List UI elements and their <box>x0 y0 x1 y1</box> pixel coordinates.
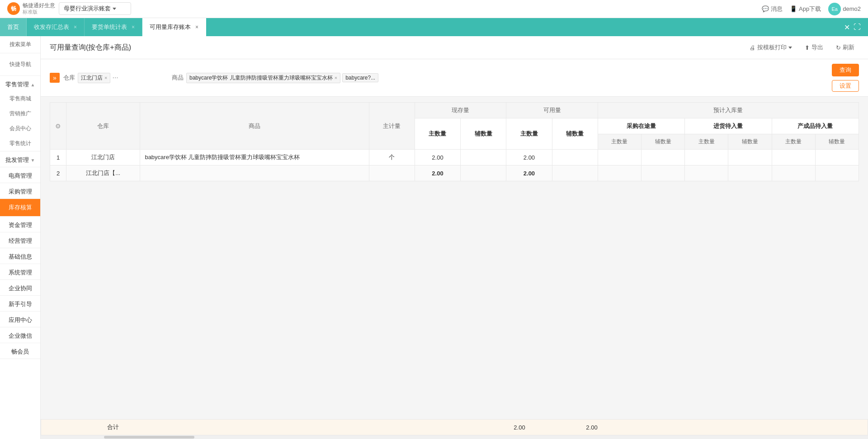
pifa-arrow-icon: ▼ <box>31 158 35 163</box>
sidebar-item-quick-nav[interactable]: 快捷导航 <box>0 57 40 72</box>
avatar: Ea <box>828 3 841 15</box>
print-label: 按模板打印 <box>757 43 787 52</box>
sidebar-section-caigou: 采购管理 <box>0 183 40 199</box>
app-name: 畅捷通好生意 <box>23 2 55 9</box>
filter-expand-button[interactable]: » <box>50 73 60 83</box>
row1-keyong-main: 2.00 <box>506 150 552 165</box>
product-tag-babycare2[interactable]: babycare?... <box>342 73 378 82</box>
sidebar-item-lingshao-shangcheng[interactable]: 零售商城 <box>0 91 40 106</box>
warehouse-tag-jiangbei[interactable]: 江北门店 × <box>78 73 110 83</box>
th-yujiru: 预计入库量 <box>598 103 859 118</box>
sidebar-section-xitong: 系统管理 <box>0 264 40 280</box>
sidebar-item-lingshao-tongji[interactable]: 零售统计 <box>0 136 40 151</box>
th-xiancun-sub: 辅数量 <box>461 118 506 150</box>
tenant-selector[interactable]: 母婴行业演示账套 <box>59 2 131 15</box>
sidebar-section-qiyeweixin-header[interactable]: 企业微信 <box>0 327 40 343</box>
yingyong-label: 应用中心 <box>9 316 32 324</box>
table-row: 2 江北门店【... 2.00 2.00 <box>50 165 859 181</box>
sidebar-section-xinshou-header[interactable]: 新手引导 <box>0 296 40 311</box>
message-icon: 💬 <box>762 5 769 12</box>
warehouse-more-icon[interactable]: ··· <box>112 74 118 82</box>
row2-caigou-main <box>598 165 641 181</box>
sidebar-section-dianshang: 电商管理 <box>0 167 40 183</box>
sidebar-section-zijin-header[interactable]: 资金管理 <box>0 217 40 232</box>
sidebar-section-kucun: 库存核算 <box>0 199 40 217</box>
th-unit: 主计量 <box>369 103 415 150</box>
warehouse-tag-remove[interactable]: × <box>104 75 107 80</box>
column-settings-icon[interactable]: ⚙ <box>55 123 61 130</box>
message-label: 消息 <box>771 5 783 13</box>
print-dropdown-icon <box>788 47 792 49</box>
sidebar-section-jingying-header[interactable]: 经营管理 <box>0 232 40 248</box>
sidebar-section-yingyong-header[interactable]: 应用中心 <box>0 312 40 327</box>
th-jinhuodai: 进货待入量 <box>685 118 772 134</box>
th-product: 商品 <box>140 103 369 150</box>
row1-keyong-sub <box>552 150 598 165</box>
sidebar-item-lingshao-yingxiao[interactable]: 营销推广 <box>0 106 40 121</box>
app-download-button[interactable]: 📱 App下载 <box>790 5 821 13</box>
maximize-button[interactable]: ⛶ <box>854 23 861 31</box>
th-chengpin: 产成品待入量 <box>772 118 859 134</box>
row2-xiancun-sub <box>461 165 506 181</box>
page-header: 可用量查询(按仓库+商品) 🖨 按模板打印 ⬆ 导出 ↻ 刷新 <box>41 36 868 59</box>
jichu-label: 基础信息 <box>9 253 32 261</box>
close-all-tabs-button[interactable]: ✕ <box>844 23 850 32</box>
search-menu-label[interactable]: 搜索菜单 <box>4 41 37 48</box>
sidebar-section-caigou-header[interactable]: 采购管理 <box>0 183 40 198</box>
row1-jinhuodai-sub <box>728 150 772 165</box>
row1-warehouse: 江北门店 <box>66 150 140 165</box>
tab-yaohuo[interactable]: 要货单统计表 × <box>85 18 142 36</box>
print-template-button[interactable]: 🖨 按模板打印 <box>745 42 797 53</box>
table-area: ⚙ 仓库 商品 主计量 现存量 可用量 预计入库量 主数量 辅数量 主数量 辅数… <box>41 97 868 419</box>
xitong-label: 系统管理 <box>9 269 32 277</box>
message-button[interactable]: 💬 消息 <box>762 5 783 13</box>
sidebar-item-lingshao-huiyuan[interactable]: 会员中心 <box>0 121 40 136</box>
settings-button[interactable]: 设置 <box>832 80 859 92</box>
logo-icon: 畅 <box>7 2 20 15</box>
tab-yaohuo-close[interactable]: × <box>132 24 135 30</box>
sidebar-section-jichu-header[interactable]: 基础信息 <box>0 248 40 264</box>
th-settings: ⚙ <box>50 103 66 150</box>
row2-index: 2 <box>50 165 66 181</box>
row1-index: 1 <box>50 150 66 165</box>
product-tag-remove[interactable]: × <box>335 75 337 80</box>
sidebar-section-kucun-header[interactable]: 库存核算 <box>0 199 40 216</box>
sidebar-section-qiye-header[interactable]: 企业协同 <box>0 280 40 295</box>
sidebar-section-pifa-header[interactable]: 批发管理 ▼ <box>0 151 40 167</box>
sidebar-section-jingying: 经营管理 <box>0 232 40 248</box>
th-chengpin-sub: 辅数量 <box>815 134 859 150</box>
row2-chengpin-sub <box>815 165 859 181</box>
scroll-thumb[interactable] <box>104 436 194 439</box>
query-button[interactable]: 查询 <box>832 64 859 76</box>
qiyeweixin-label: 企业微信 <box>9 332 32 340</box>
product-filter-label: 商品 <box>172 74 184 82</box>
row2-jinhuodai-sub <box>728 165 772 181</box>
sidebar-search[interactable]: 搜索菜单 <box>0 36 40 53</box>
tab-home[interactable]: 首页 <box>0 18 27 36</box>
tab-kuyong[interactable]: 可用量库存账本 × <box>142 18 206 36</box>
sidebar-section-xitong-header[interactable]: 系统管理 <box>0 264 40 279</box>
tab-kuyong-close[interactable]: × <box>195 24 198 30</box>
horizontal-scrollbar[interactable] <box>41 435 868 439</box>
row1-jinhuodai-main <box>685 150 728 165</box>
sidebar-section-dianshang-header[interactable]: 电商管理 <box>0 167 40 183</box>
export-button[interactable]: ⬆ 导出 <box>800 42 828 53</box>
print-icon: 🖨 <box>750 44 755 51</box>
logo-text-block: 畅捷通好生意 标准版 <box>23 2 55 15</box>
tab-shoufacun-close[interactable]: × <box>74 24 77 30</box>
sidebar-section-xinshou: 新手引导 <box>0 296 40 312</box>
product-tag-babycare[interactable]: babycare学饮杯 儿童防摔防撞吸管杯重力球吸嘴杯宝宝水杯 × <box>186 73 340 83</box>
row2-chengpin-main <box>772 165 815 181</box>
tab-shoufacun[interactable]: 收发存汇总表 × <box>27 18 85 36</box>
sidebar-section-lingshao: 零售管理 ▲ 零售商城 营销推广 会员中心 零售统计 <box>0 76 40 151</box>
sidebar-section-changhui-header[interactable]: 畅会员 <box>0 343 40 359</box>
top-bar-left: 畅 畅捷通好生意 标准版 母婴行业演示账套 <box>7 2 131 15</box>
row1-caigou-sub <box>641 150 684 165</box>
sidebar-section-lingshao-header[interactable]: 零售管理 ▲ <box>0 76 40 91</box>
user-account-button[interactable]: Ea demo2 <box>828 3 861 15</box>
refresh-button[interactable]: ↻ 刷新 <box>831 42 859 53</box>
logo-area: 畅 畅捷通好生意 标准版 <box>7 2 55 15</box>
tab-yaohuo-label: 要货单统计表 <box>92 23 127 31</box>
table-footer: 合计 2.00 2.00 <box>41 419 868 435</box>
th-keyong-sub: 辅数量 <box>552 118 598 150</box>
